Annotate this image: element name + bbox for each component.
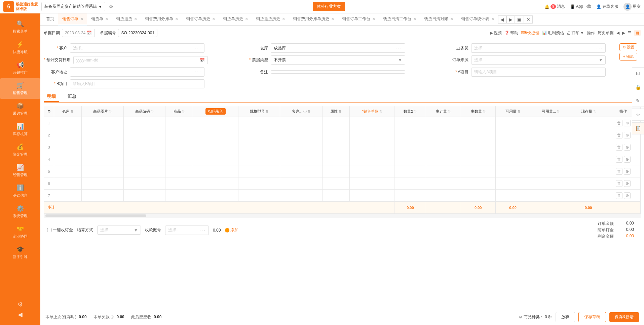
- row6-scan[interactable]: [193, 177, 238, 190]
- sidebar-item-inventory[interactable]: 📊 库存核算: [0, 119, 40, 140]
- tab-sales-goods[interactable]: 销货单 ✕: [87, 13, 112, 26]
- row6-available[interactable]: [495, 177, 530, 190]
- sidebar-item-operations[interactable]: 📈 经营管理: [0, 160, 40, 181]
- row7-main-qty[interactable]: [461, 190, 495, 202]
- th-main-qty[interactable]: 主数量: [461, 106, 495, 117]
- shortcut-btn[interactable]: ⌨ 快捷键: [521, 30, 539, 36]
- row4-product-code[interactable]: [123, 153, 165, 165]
- b-project-input[interactable]: 请输入B项目: [70, 79, 204, 88]
- row1-qty2[interactable]: [394, 117, 426, 129]
- row6-spec[interactable]: [238, 177, 280, 190]
- row6-current-stock[interactable]: [571, 177, 606, 190]
- row3-sales-unit[interactable]: [350, 141, 394, 153]
- add-link[interactable]: 🟠 添加: [225, 227, 238, 233]
- row6-product[interactable]: [165, 177, 193, 190]
- row6-attr[interactable]: [322, 177, 350, 190]
- row5-customer-code[interactable]: [280, 165, 322, 177]
- tab-close-all-button[interactable]: ✕: [524, 15, 533, 24]
- table-tab-detail[interactable]: 明细: [44, 92, 59, 102]
- staff-input[interactable]: 选择... ···: [471, 43, 606, 53]
- tab-goods-history[interactable]: 销货单历史 ✕: [219, 13, 252, 26]
- row3-copy-icon[interactable]: ⊕: [624, 144, 631, 151]
- row7-product[interactable]: [165, 190, 193, 202]
- row5-main-qty[interactable]: [461, 165, 495, 177]
- row4-current-stock[interactable]: [571, 153, 606, 165]
- row7-spec[interactable]: [238, 190, 280, 202]
- row7-scan[interactable]: [193, 190, 238, 202]
- history-btn[interactable]: 历史单据: [598, 30, 614, 36]
- help-btn[interactable]: ❓ 帮助: [504, 30, 518, 36]
- row5-warehouse[interactable]: [54, 165, 82, 177]
- row6-copy-icon[interactable]: ⊕: [624, 180, 631, 187]
- online-service-area[interactable]: 👤 在线客服: [596, 4, 618, 9]
- th-product[interactable]: 商品: [165, 106, 193, 117]
- sidebar-item-marketing[interactable]: 📢 营销推广: [0, 58, 40, 78]
- operation-btn[interactable]: 操作: [587, 30, 595, 36]
- row6-qty2[interactable]: [394, 177, 426, 190]
- row4-product[interactable]: [165, 153, 193, 165]
- row1-main-unit[interactable]: [426, 117, 461, 129]
- row5-spec[interactable]: [238, 165, 280, 177]
- row3-product[interactable]: [165, 141, 193, 153]
- scan-button[interactable]: 扫码录入: [205, 108, 226, 115]
- sidebar-settings-icon[interactable]: ⚙: [17, 301, 23, 308]
- row5-product-code[interactable]: [123, 165, 165, 177]
- row3-available-detail[interactable]: [530, 141, 571, 153]
- th-main-unit[interactable]: 主计量: [426, 106, 461, 117]
- th-product-code[interactable]: 商品编码: [123, 106, 165, 117]
- row7-main-unit[interactable]: [426, 190, 461, 202]
- row6-customer-code[interactable]: [280, 177, 322, 190]
- tab-cash-workspace[interactable]: 钱货日清工作台 ✕: [379, 13, 420, 26]
- row2-product-code[interactable]: [123, 129, 165, 141]
- tab-sales-order-history[interactable]: 销售订单历史 ✕: [182, 13, 219, 26]
- delivery-date-input[interactable]: yyyy-mm-dd 📅: [73, 56, 208, 64]
- float-btn-1[interactable]: ⊡: [632, 67, 644, 79]
- table-tab-summary[interactable]: 汇总: [64, 92, 80, 102]
- row2-spec[interactable]: [238, 129, 280, 141]
- save-new-button[interactable]: 保存&新增: [609, 312, 639, 322]
- profit-btn[interactable]: 📊 毛利预估: [542, 30, 564, 36]
- th-settings[interactable]: ⚙: [44, 106, 54, 117]
- row2-customer-code[interactable]: [280, 129, 322, 141]
- th-sales-unit[interactable]: *销售单位: [350, 106, 394, 117]
- float-btn-5[interactable]: 📋: [632, 122, 644, 134]
- row7-copy-icon[interactable]: ⊕: [624, 192, 631, 199]
- sidebar-item-sales[interactable]: 🛒 销售管理: [0, 78, 40, 99]
- tab-fee-history[interactable]: 销售费用分摊单历史 ✕: [289, 13, 338, 26]
- row5-available-detail[interactable]: [530, 165, 571, 177]
- th-available-detail[interactable]: 可用量...: [530, 106, 571, 117]
- sidebar-item-enterprise[interactable]: 🤝 企业协同: [0, 222, 40, 242]
- grid-view-icon[interactable]: ▦: [634, 30, 641, 36]
- row1-warehouse[interactable]: [54, 117, 82, 129]
- tab-sales-fee[interactable]: 销售费用分摊单 ✕: [141, 13, 182, 26]
- notification-area[interactable]: 🔔 9 消息: [544, 4, 565, 9]
- row7-available-detail[interactable]: [530, 190, 571, 202]
- row3-spec[interactable]: [238, 141, 280, 153]
- next-record-icon[interactable]: ▶: [622, 31, 625, 35]
- th-product-image[interactable]: 商品图片: [81, 106, 123, 117]
- view-video-btn[interactable]: ▶ 视频: [490, 30, 502, 36]
- tab-next-button[interactable]: ▶: [506, 15, 515, 24]
- row4-spec[interactable]: [238, 153, 280, 165]
- sidebar-item-finance[interactable]: 💰 资金管理: [0, 140, 40, 160]
- row5-scan[interactable]: [193, 165, 238, 177]
- one-click-settle-checkbox[interactable]: 一键收订金: [47, 227, 73, 233]
- row6-product-image[interactable]: [81, 177, 123, 190]
- th-spec[interactable]: 规格型号: [238, 106, 280, 117]
- save-draft-button[interactable]: 保存草稿: [578, 312, 606, 322]
- row3-available[interactable]: [495, 141, 530, 153]
- row2-available-detail[interactable]: [530, 129, 571, 141]
- row7-warehouse[interactable]: [54, 190, 82, 202]
- add-product-float-button[interactable]: + 物流: [619, 53, 637, 60]
- row6-product-code[interactable]: [123, 177, 165, 190]
- row4-product-image[interactable]: [81, 153, 123, 165]
- row1-available-detail[interactable]: [530, 117, 571, 129]
- tab-sales-stats-close[interactable]: ✕: [491, 17, 494, 21]
- row1-attr[interactable]: [322, 117, 350, 129]
- row7-available[interactable]: [495, 190, 530, 202]
- row1-product-image[interactable]: [81, 117, 123, 129]
- row7-current-stock[interactable]: [571, 190, 606, 202]
- tab-cash-workspace-close[interactable]: ✕: [413, 17, 416, 21]
- row1-current-stock[interactable]: [571, 117, 606, 129]
- row1-customer-code[interactable]: [280, 117, 322, 129]
